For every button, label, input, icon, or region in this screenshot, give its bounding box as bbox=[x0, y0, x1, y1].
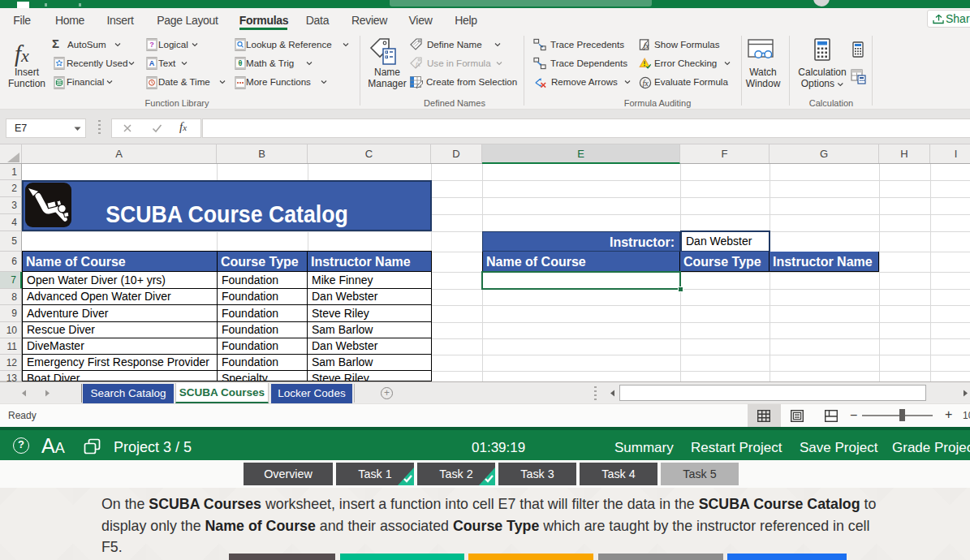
svg-text:fx: fx bbox=[416, 61, 420, 68]
svg-text:fx: fx bbox=[643, 79, 649, 88]
svg-text:θ: θ bbox=[239, 59, 243, 67]
svg-text:?: ? bbox=[149, 41, 154, 49]
svg-text:A: A bbox=[149, 59, 155, 67]
svg-text:fx: fx bbox=[644, 42, 650, 50]
